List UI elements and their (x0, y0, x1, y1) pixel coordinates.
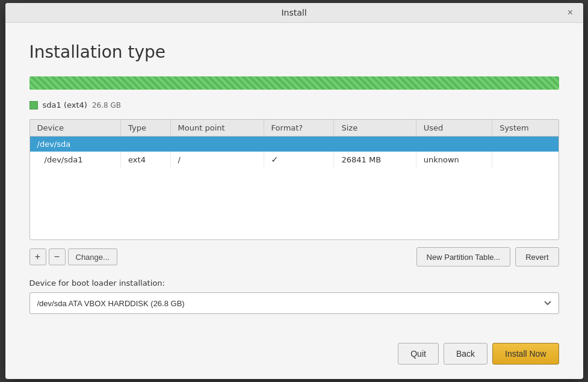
col-system: System (492, 120, 559, 137)
content-area: Installation type sda1 (ext4) 26.8 GB De… (5, 23, 583, 343)
legend-partition-size: 26.8 GB (92, 101, 121, 109)
partition-used: unknown (416, 152, 492, 167)
bootloader-section: Device for boot loader installation: /de… (29, 279, 559, 314)
partition-legend: sda1 (ext4) 26.8 GB (29, 100, 559, 109)
back-button[interactable]: Back (444, 343, 487, 365)
partition-bar-container (29, 76, 559, 94)
table-toolbar: + − Change... New Partition Table... Rev… (29, 247, 559, 266)
col-format: Format? (264, 120, 334, 137)
quit-button[interactable]: Quit (398, 343, 439, 365)
legend-partition-name: sda1 (ext4) (43, 100, 87, 109)
change-partition-button[interactable]: Change... (68, 248, 117, 265)
partition-system (492, 152, 559, 167)
table-row[interactable]: /dev/sda (30, 137, 559, 152)
bootloader-label: Device for boot loader installation: (29, 279, 559, 288)
partition-size: 26841 MB (334, 152, 416, 167)
table-body: /dev/sda /dev/sda1 ext4 / ✓ 26841 MB unk… (30, 137, 559, 240)
partition-type: ext4 (121, 152, 171, 167)
filler-cell (30, 167, 559, 239)
device-name: /dev/sda (30, 137, 559, 152)
legend-color-box (29, 101, 38, 109)
add-partition-button[interactable]: + (29, 248, 46, 265)
bootloader-select[interactable]: /dev/sda ATA VBOX HARDDISK (26.8 GB) (29, 292, 559, 314)
title-bar: Install × (5, 3, 583, 23)
table-row[interactable]: /dev/sda1 ext4 / ✓ 26841 MB unknown (30, 152, 559, 167)
page-title: Installation type (29, 42, 559, 62)
table-filler-row (30, 167, 559, 239)
col-size: Size (334, 120, 416, 137)
right-toolbar: New Partition Table... Revert (416, 247, 559, 266)
partition-table-container: Device Type Mount point Format? Size Use… (29, 119, 559, 240)
remove-partition-button[interactable]: − (49, 248, 66, 265)
close-button[interactable]: × (565, 7, 576, 18)
bottom-bar: Quit Back Install Now (5, 343, 583, 379)
install-dialog: Install × Installation type sda1 (ext4) … (5, 3, 583, 379)
install-now-button[interactable]: Install Now (492, 343, 559, 365)
partition-table: Device Type Mount point Format? Size Use… (30, 120, 559, 239)
partition-bar (29, 76, 559, 90)
revert-button[interactable]: Revert (515, 247, 559, 266)
partition-device: /dev/sda1 (30, 152, 121, 167)
col-mount: Mount point (170, 120, 264, 137)
partition-format: ✓ (264, 152, 334, 167)
format-checkmark: ✓ (271, 155, 279, 164)
partition-mount: / (170, 152, 264, 167)
table-header: Device Type Mount point Format? Size Use… (30, 120, 559, 137)
col-used: Used (416, 120, 492, 137)
col-device: Device (30, 120, 121, 137)
dialog-title: Install (281, 8, 306, 17)
col-type: Type (121, 120, 171, 137)
new-partition-table-button[interactable]: New Partition Table... (416, 247, 511, 266)
